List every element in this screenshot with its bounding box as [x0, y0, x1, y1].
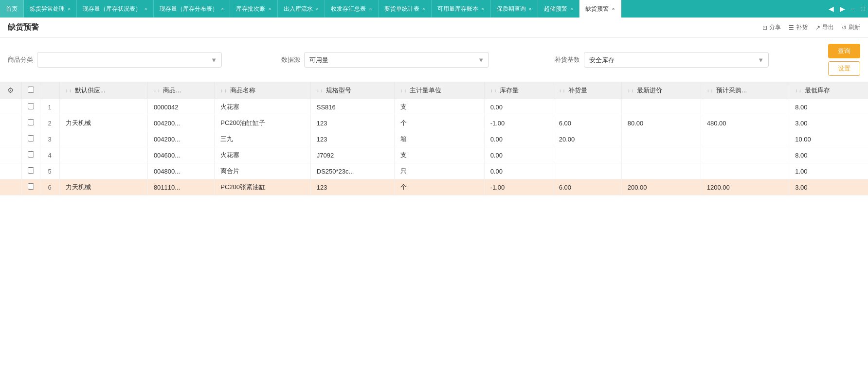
- close-icon[interactable]: ×: [570, 6, 573, 12]
- row-checkbox-cell[interactable]: [21, 99, 40, 115]
- refresh-button[interactable]: ↺ 刷新: [842, 23, 860, 32]
- sort-icon: ↕: [562, 88, 565, 93]
- gear-icon[interactable]: ⚙: [7, 86, 14, 94]
- close-icon[interactable]: ×: [529, 6, 532, 12]
- share-icon: ⊡: [762, 24, 767, 31]
- table-row[interactable]: 5 004800... 离合片 DS250*23c... 只 0.00 1.00: [0, 163, 868, 179]
- category-select[interactable]: [37, 52, 222, 68]
- tab-overstock[interactable]: 超储预警 ×: [538, 0, 579, 18]
- close-icon[interactable]: ×: [369, 6, 372, 12]
- tab-summary[interactable]: 收发存汇总表 ×: [325, 0, 378, 18]
- close-icon[interactable]: ×: [68, 6, 71, 12]
- row-spec-model: SS816: [310, 99, 394, 115]
- category-filter-label: 商品分类: [8, 55, 33, 64]
- row-stock-qty: -1.00: [484, 115, 553, 131]
- share-button[interactable]: ⊡ 分享: [762, 23, 781, 32]
- close-icon[interactable]: ×: [612, 6, 615, 12]
- close-icon[interactable]: ×: [268, 6, 271, 12]
- row-product-name: 离合片: [215, 163, 310, 179]
- th-stock-qty[interactable]: ↕ 库存量: [484, 82, 553, 99]
- th-product-code[interactable]: ↕ 商品...: [147, 82, 214, 99]
- th-product-name[interactable]: ↕ 商品名称: [215, 82, 310, 99]
- tab-shortage[interactable]: 缺货预警 ×: [579, 0, 621, 18]
- close-icon[interactable]: ×: [481, 6, 484, 12]
- tab-available[interactable]: 可用量库存账本 ×: [432, 0, 490, 18]
- th-estimated-purchase[interactable]: ↕ 预计采购...: [701, 82, 789, 99]
- row-checkbox[interactable]: [28, 103, 34, 109]
- close-icon[interactable]: ×: [144, 6, 147, 12]
- sort-icon: ↕: [321, 88, 323, 93]
- row-checkbox[interactable]: [28, 119, 34, 125]
- row-unit: 支: [394, 99, 484, 115]
- row-stock-qty: 0.00: [484, 131, 553, 147]
- row-num: 6: [40, 179, 59, 195]
- filter-actions: 查询 设置: [828, 44, 860, 76]
- settings-button[interactable]: 设置: [828, 61, 860, 76]
- tab-demand[interactable]: 要货单统计表 ×: [379, 0, 432, 18]
- tab-expiry[interactable]: 保质期查询 ×: [491, 0, 538, 18]
- tab-label: 现存量（库存分布表）: [160, 5, 218, 13]
- row-latest-price: 200.00: [621, 179, 701, 195]
- row-checkbox-cell[interactable]: [21, 147, 40, 163]
- replenish-button[interactable]: ☰ 补货: [789, 23, 808, 32]
- tab-batch[interactable]: 库存批次账 ×: [230, 0, 277, 18]
- query-button[interactable]: 查询: [828, 44, 860, 58]
- row-checkbox-cell[interactable]: [21, 163, 40, 179]
- tab-navigation: ◀ ▶ − □: [826, 0, 868, 18]
- row-checkbox-cell[interactable]: [21, 131, 40, 147]
- row-checkbox-cell[interactable]: [21, 115, 40, 131]
- row-estimated-purchase: 1200.00: [701, 179, 789, 195]
- tab-lian-huo[interactable]: 炼货异常处理 ×: [24, 0, 77, 18]
- page-container: 缺货预警 ⊡ 分享 ☰ 补货 ↗ 导出 ↺ 刷新 商品分类: [0, 18, 868, 387]
- row-checkbox[interactable]: [28, 167, 34, 174]
- header-actions: ⊡ 分享 ☰ 补货 ↗ 导出 ↺ 刷新: [762, 23, 860, 32]
- row-checkbox[interactable]: [28, 135, 34, 141]
- table-row[interactable]: 6 力天机械 801110... PC200张紧油缸 123 个 -1.00 6…: [0, 179, 868, 195]
- row-min-stock: 1.00: [789, 163, 868, 179]
- page-title: 缺货预警: [8, 22, 762, 33]
- table-row[interactable]: 3 004200... 三九 123 箱 0.00 20.00 10.00: [0, 131, 868, 147]
- th-default-supplier[interactable]: ↕ 默认供应...: [59, 82, 147, 99]
- tab-home[interactable]: 首页: [0, 0, 24, 18]
- table-header-row: ⚙ ↕ 默认供应... ↕ 商品... ↕: [0, 82, 868, 99]
- row-estimated-purchase: [701, 131, 789, 147]
- table-row[interactable]: 2 力天机械 004200... PC200油缸缸子 123 个 -1.00 6…: [0, 115, 868, 131]
- row-latest-price: [621, 163, 701, 179]
- tab-flow[interactable]: 出入库流水 ×: [278, 0, 325, 18]
- window-minimize-button[interactable]: −: [848, 0, 858, 18]
- replenish-base-label: 补货基数: [555, 55, 580, 64]
- row-checkbox[interactable]: [28, 183, 34, 190]
- row-spec-model: 123: [310, 179, 394, 195]
- row-product-code: 004200...: [147, 115, 214, 131]
- row-checkbox[interactable]: [28, 151, 34, 158]
- close-icon[interactable]: ×: [221, 6, 224, 12]
- tab-next-button[interactable]: ▶: [837, 0, 848, 18]
- tab-inventory-status[interactable]: 现存量（库存状况表） ×: [77, 0, 153, 18]
- window-maximize-button[interactable]: □: [858, 0, 868, 18]
- row-latest-price: [621, 131, 701, 147]
- row-estimated-purchase: [701, 163, 789, 179]
- th-unit[interactable]: ↕ 主计量单位: [394, 82, 484, 99]
- th-latest-price[interactable]: ↕ 最新进价: [621, 82, 701, 99]
- table-row[interactable]: 4 004600... 火花塞 J7092 支 0.00 8.00: [0, 147, 868, 163]
- row-product-name: 火花塞: [215, 99, 310, 115]
- row-unit: 个: [394, 179, 484, 195]
- th-replenish-qty[interactable]: ↕ 补货量: [553, 82, 621, 99]
- datasource-filter-group: 数据源 可用量 库存量 ▼: [281, 52, 547, 68]
- th-spec-model[interactable]: ↕ 规格型号: [310, 82, 394, 99]
- tab-inventory-dist[interactable]: 现存量（库存分布表） ×: [154, 0, 230, 18]
- row-checkbox-cell[interactable]: [21, 179, 40, 195]
- th-min-stock[interactable]: ↕ 最低库存: [789, 82, 868, 99]
- tab-label: 超储预警: [544, 5, 567, 13]
- table-row[interactable]: 1 0000042 火花塞 SS816 支 0.00 8.00: [0, 99, 868, 115]
- select-all-checkbox[interactable]: [28, 87, 34, 93]
- datasource-select[interactable]: 可用量 库存量: [304, 52, 489, 68]
- row-num: 1: [40, 99, 59, 115]
- replenish-base-select[interactable]: 安全库存 最低库存: [584, 52, 769, 68]
- close-icon[interactable]: ×: [422, 6, 425, 12]
- close-icon[interactable]: ×: [316, 6, 319, 12]
- row-min-stock: 3.00: [789, 115, 868, 131]
- export-button[interactable]: ↗ 导出: [815, 23, 834, 32]
- tab-prev-button[interactable]: ◀: [826, 0, 837, 18]
- row-estimated-purchase: [701, 147, 789, 163]
